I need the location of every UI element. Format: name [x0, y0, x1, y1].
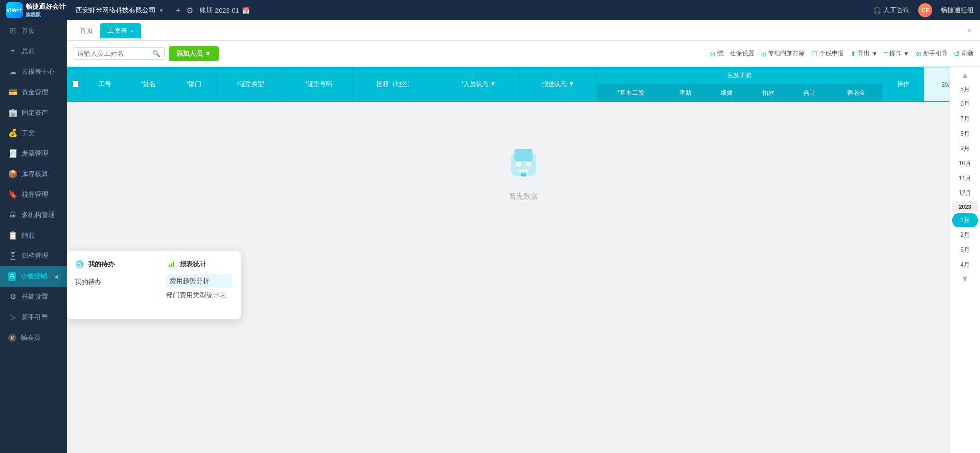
- fixed-asset-icon: 🏢: [8, 108, 17, 117]
- export-action[interactable]: ⬆ 导出 ▼: [850, 49, 878, 58]
- toolbar-actions: ⊙ 统一社保设置 ⊞ 专项附加扣除 ☐ 个税申报 ⬆ 导出 ▼: [710, 49, 974, 58]
- th-operate: 操作: [882, 67, 924, 102]
- month-5[interactable]: 5月: [952, 82, 978, 96]
- popup-item-dept-stats[interactable]: 部门费用类型统计表: [166, 288, 233, 303]
- popup-divider: [154, 259, 154, 303]
- sidebar-item-member[interactable]: V 畅会员: [0, 328, 67, 348]
- sidebar-item-xiaochang[interactable]: G 小畅报销 ◀: [0, 266, 67, 287]
- sidebar-item-label: 小畅报销: [20, 272, 47, 281]
- svg-rect-5: [521, 173, 526, 176]
- social-insurance-action[interactable]: ⊙ 统一社保设置: [710, 49, 754, 58]
- social-insurance-icon: ⊙: [710, 50, 716, 58]
- sidebar-item-multi-org[interactable]: 🏛 多机构管理: [0, 205, 67, 225]
- ledger-icon: ≡: [8, 47, 17, 56]
- tax-icon: 🔖: [8, 190, 17, 199]
- month-8[interactable]: 8月: [952, 127, 978, 141]
- th-nationality: 国籍（地区）: [352, 67, 438, 102]
- sidebar-item-label: 基础设置: [21, 292, 48, 301]
- th-allowance: 津贴: [665, 84, 706, 102]
- search-box[interactable]: 🔍: [73, 47, 165, 60]
- special-deduct-action[interactable]: ⊞ 专项附加扣除: [760, 49, 805, 58]
- sidebar-item-label: 多机构管理: [21, 210, 55, 220]
- popup-item-pending[interactable]: 我的待办: [75, 274, 141, 290]
- export-icon: ⬆: [850, 50, 856, 58]
- sidebar-item-label: 库存核算: [21, 169, 48, 179]
- sidebar-item-home[interactable]: ⊞ 首页: [0, 20, 67, 41]
- month-4[interactable]: 4月: [952, 258, 978, 272]
- th-emp-no: 工号: [84, 67, 126, 102]
- period-area: 账期 2023-01 📅: [200, 6, 250, 15]
- tab-close-icon[interactable]: ×: [130, 28, 134, 34]
- toolbar: 🔍 添加人员 ▼ ⊙ 统一社保设置 ⊞ 专项附加扣除 ☐: [67, 41, 980, 67]
- add-person-button[interactable]: 添加人员 ▼: [169, 46, 219, 61]
- empty-text: 暂无数据: [509, 192, 538, 201]
- month-6[interactable]: 6月: [952, 97, 978, 111]
- pending-section-icon: [75, 259, 85, 269]
- select-all-checkbox[interactable]: [72, 80, 79, 87]
- th-checkbox[interactable]: [67, 67, 84, 102]
- sidebar-item-label: 新手引导: [21, 313, 48, 322]
- operate-action[interactable]: ≡ 操作 ▼: [884, 49, 909, 58]
- top-bar: 好会计 畅捷通好会计 旗舰版 西安虾米网络科技有限公司 ▼ ＋ ⚙ 账期 202…: [0, 0, 980, 20]
- month-12[interactable]: 12月: [952, 186, 978, 200]
- headset-icon: 🎧: [873, 7, 881, 14]
- svg-rect-7: [169, 265, 170, 267]
- calendar-icon[interactable]: 📅: [242, 7, 250, 14]
- tax-report-icon: ☐: [811, 50, 818, 58]
- sidebar-item-label: 云报表中心: [21, 67, 55, 76]
- sidebar-item-inventory[interactable]: 📦 库存核算: [0, 164, 67, 184]
- settings-icon[interactable]: ⚙: [186, 6, 193, 15]
- content-area: 首页 工资表 × × 🔍 添加人员 ▼: [67, 20, 980, 453]
- sidebar-item-label: 首页: [21, 26, 35, 35]
- sidebar-item-guide[interactable]: ▷ 新手引导: [0, 307, 67, 328]
- month-up-nav[interactable]: ▲: [959, 69, 971, 82]
- export-label: 导出: [858, 49, 870, 58]
- sidebar-item-archive[interactable]: 🗄 归档管理: [0, 246, 67, 266]
- th-report-status: 报送状态 ▼: [519, 67, 597, 102]
- archive-icon: 🗄: [8, 252, 17, 261]
- report-section-icon: [166, 259, 177, 269]
- new-guide-action[interactable]: ⊕ 新手引导: [916, 49, 948, 58]
- sidebar-item-label: 结账: [21, 231, 35, 240]
- month-7[interactable]: 7月: [952, 112, 978, 126]
- svg-rect-1: [514, 149, 532, 161]
- sidebar-item-basic[interactable]: ⚙ 基础设置: [0, 287, 67, 307]
- service-button[interactable]: 🎧 人工咨询: [873, 6, 910, 15]
- logo-sub: 旗舰版: [26, 11, 66, 18]
- month-9[interactable]: 9月: [952, 142, 978, 156]
- tab-home-label: 首页: [80, 27, 93, 34]
- month-1[interactable]: 1月: [952, 213, 978, 227]
- company-selector[interactable]: 西安虾米网络科技有限公司 ▼: [76, 6, 164, 15]
- month-11[interactable]: 11月: [952, 171, 978, 185]
- add-company-button[interactable]: ＋: [174, 5, 182, 16]
- home-icon: ⊞: [8, 26, 17, 35]
- month-3[interactable]: 3月: [952, 243, 978, 257]
- sidebar-item-fund[interactable]: 💳 资金管理: [0, 82, 67, 102]
- tax-report-action[interactable]: ☐ 个税申报: [811, 49, 844, 58]
- tab-bar-close-button[interactable]: ×: [965, 24, 974, 37]
- sidebar-item-label: 归档管理: [21, 251, 48, 261]
- sidebar-item-cloud-report[interactable]: ☁ 云报表中心: [0, 61, 67, 82]
- popup-section-report: 报表统计 费用趋势分析 部门费用类型统计表: [166, 259, 233, 303]
- main-area: ⊞ 首页 ≡ 总账 ☁ 云报表中心 💳 资金管理 🏢 固定资产 💰 工资: [0, 20, 980, 453]
- search-input[interactable]: [77, 50, 149, 57]
- sidebar-item-fixed-asset[interactable]: 🏢 固定资产: [0, 102, 67, 123]
- add-person-label: 添加人员: [176, 49, 203, 58]
- chevron-down-icon: ▼: [159, 8, 164, 13]
- tab-home[interactable]: 首页: [73, 23, 100, 38]
- month-down-nav[interactable]: ▼: [959, 272, 971, 286]
- sidebar-item-ledger[interactable]: ≡ 总账: [0, 41, 67, 61]
- year-2023-label: 2023: [952, 201, 978, 212]
- month-2[interactable]: 2月: [952, 228, 978, 242]
- tab-salary[interactable]: 工资表 ×: [100, 23, 141, 38]
- th-performance: 绩效: [706, 84, 748, 102]
- empty-state: 暂无数据: [67, 102, 980, 242]
- refresh-action[interactable]: ↺ 刷新: [954, 49, 974, 58]
- month-10[interactable]: 10月: [952, 157, 978, 170]
- sidebar-item-tax[interactable]: 🔖 税务管理: [0, 184, 67, 205]
- avatar: CE: [918, 3, 932, 17]
- sidebar-item-closing[interactable]: 📋 结账: [0, 225, 67, 246]
- sidebar-item-salary[interactable]: 💰 工资: [0, 123, 67, 143]
- popup-item-trend[interactable]: 费用趋势分析: [166, 274, 233, 288]
- sidebar-item-invoice[interactable]: 🧾 发票管理: [0, 143, 67, 164]
